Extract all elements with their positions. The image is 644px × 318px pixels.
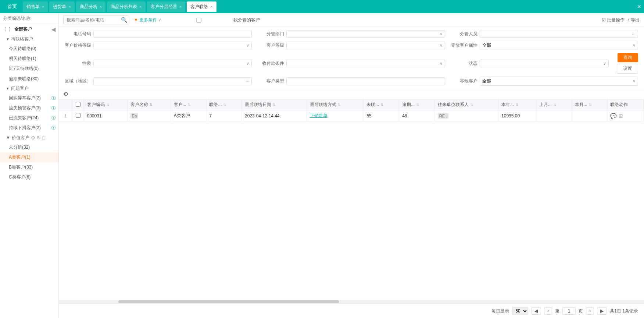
group-pending-contact[interactable]: ▼ 待联络客户 <box>0 35 58 44</box>
filter-select-customer-level[interactable]: ∨ <box>286 42 445 49</box>
setting-button[interactable]: 设置 <box>617 64 638 74</box>
th-not-contact-days[interactable]: 未联... ⇅ <box>364 99 399 110</box>
filter-select-dept[interactable]: ∨ <box>286 30 445 38</box>
nav-tab-0[interactable]: 销售单 × <box>23 1 48 12</box>
batch-op-btn[interactable]: ☑ 批量操作 <box>602 17 625 23</box>
nav-tab-1[interactable]: 进货单 × <box>49 1 74 12</box>
collapse-icon[interactable]: ◀ <box>51 26 56 32</box>
main-search-input[interactable] <box>63 15 129 24</box>
sidebar-item-b-class[interactable]: B类客户(33) <box>0 162 58 172</box>
my-customers-filter[interactable]: 我分管的客户 <box>166 17 260 23</box>
main-search-icon[interactable]: 🔍 <box>121 17 127 23</box>
sidebar-item-today[interactable]: 今天待联络(0) <box>0 44 58 54</box>
select-all-checkbox[interactable] <box>76 102 80 107</box>
filter-select-retail-attr[interactable]: 全部 ∨ <box>480 41 638 50</box>
scroll-thumb[interactable] <box>118 300 339 303</box>
sidebar-search-input[interactable] <box>3 16 58 21</box>
all-customers-header[interactable]: ⋮⋮ 全部客户 ◀ <box>0 24 58 35</box>
sidebar-item-a-class[interactable]: A类客户(1) <box>0 152 58 162</box>
row-checkbox[interactable] <box>76 113 80 118</box>
th-code[interactable]: 客户编码 ⇅ <box>84 99 127 110</box>
sidebar-item-tomorrow[interactable]: 明天待联络(1) <box>0 54 58 64</box>
message-icon[interactable]: 💬 <box>610 113 616 119</box>
filter-input-person[interactable]: ··· <box>480 30 638 38</box>
filter-select-price-level[interactable]: ∨ <box>93 42 252 49</box>
region-dots-icon[interactable]: ··· <box>246 79 249 84</box>
group-value-customers[interactable]: ▼ 价值客户 ⚙ ↻ □ <box>0 133 58 142</box>
page-size-select[interactable]: 50 <box>512 307 528 315</box>
nav-home[interactable]: 首页 <box>3 3 21 10</box>
th-last-contact-date[interactable]: 最后联络日期 ⇅ <box>242 99 307 110</box>
sort-icon-method[interactable]: ⇅ <box>338 103 341 107</box>
filter-select-nature[interactable]: ∨ <box>93 60 252 67</box>
th-year-amount[interactable]: 本年... ⇅ <box>498 99 536 110</box>
customer-type-input[interactable] <box>289 79 442 84</box>
person-dots-icon[interactable]: ··· <box>632 31 636 36</box>
filter-select-status[interactable]: ∨ <box>480 60 609 67</box>
page-number-input[interactable] <box>562 307 576 315</box>
th-last-month-amount[interactable]: 上月... ⇅ <box>536 99 572 110</box>
settings-icon[interactable]: ⚙ <box>63 91 68 98</box>
th-customer-class[interactable]: 客户... ⇅ <box>171 99 206 110</box>
main-table-container[interactable]: 客户编码 ⇅ 客户名称 ⇅ 客户... <box>59 99 644 300</box>
th-overdue-days[interactable]: 逾期... ⇅ <box>399 99 435 110</box>
nav-tab-close-0[interactable]: × <box>42 4 44 9</box>
horizontal-scrollbar[interactable] <box>59 300 644 304</box>
th-this-month-amount[interactable]: 本月... ⇅ <box>572 99 607 110</box>
sort-icon-contact[interactable]: ⇅ <box>223 103 226 107</box>
sidebar-item-churn-warning[interactable]: 流失预警客户(3) ⓘ <box>0 103 58 113</box>
next-page-btn[interactable]: › <box>586 307 594 315</box>
nav-tab-close-1[interactable]: × <box>68 4 71 9</box>
sort-icon-not-contact[interactable]: ⇅ <box>380 103 383 107</box>
nav-tab-close-2[interactable]: × <box>100 4 102 9</box>
sidebar-item-c-class[interactable]: C类客户(6) <box>0 172 58 182</box>
sidebar-item-unclassified[interactable]: 未分组(32) <box>0 142 58 152</box>
cell-checkbox <box>72 110 84 121</box>
th-last-contact-method[interactable]: 最后联络方式 ⇅ <box>307 99 364 110</box>
prev-page-btn[interactable]: ‹ <box>544 307 552 315</box>
sidebar-item-7days[interactable]: 近7天待联络(0) <box>0 64 58 74</box>
first-page-btn[interactable]: ◀ <box>531 307 541 315</box>
sidebar-item-overdue-contact[interactable]: 逾期未联络(30) <box>0 74 58 84</box>
nav-tab-close-4[interactable]: × <box>179 4 182 9</box>
th-contact-count[interactable]: 联络... ⇅ <box>206 99 242 110</box>
export-btn[interactable]: ↑ 导出 <box>627 17 640 23</box>
sort-icon-overdue[interactable]: ⇅ <box>416 103 419 107</box>
filter-select-retail[interactable]: 全部 ∨ <box>480 77 638 86</box>
nav-tab-close-3[interactable]: × <box>139 4 142 9</box>
sidebar-item-declining[interactable]: 持续下滑客户(2) ⓘ <box>0 123 58 133</box>
phone-input[interactable] <box>96 31 249 36</box>
refresh-icon[interactable]: ↻ <box>37 135 41 141</box>
add-group-icon[interactable]: □ <box>42 135 45 141</box>
group-problem-customers[interactable]: ▼ 问题客户 <box>0 84 58 93</box>
sort-icon-class[interactable]: ⇅ <box>188 103 191 107</box>
sort-icon-last-month[interactable]: ⇅ <box>553 103 556 107</box>
qr-icon[interactable]: ⊞ <box>619 113 623 119</box>
filter-select-payment[interactable]: ∨ <box>286 60 445 67</box>
sort-icon-unit[interactable]: ⇅ <box>470 103 473 107</box>
more-conditions-btn[interactable]: ▼ 更多条件 ∨ <box>134 17 161 23</box>
sort-icon-date[interactable]: ⇅ <box>273 103 276 107</box>
last-method-link[interactable]: 下销货单 <box>310 113 328 118</box>
window-close-icon[interactable]: × <box>637 3 641 11</box>
query-button[interactable]: 查询 <box>618 53 638 62</box>
my-customers-checkbox[interactable] <box>166 18 232 22</box>
filter-label-dept: 分管部门 <box>258 31 284 37</box>
nav-tab-3[interactable]: 商品分析列表 × <box>107 1 145 12</box>
sidebar-item-repurchase-abnormal[interactable]: 回购异常客户(2) ⓘ <box>0 93 58 103</box>
sort-icon-code[interactable]: ⇅ <box>106 103 109 107</box>
sidebar-item-churned[interactable]: 已流失客户(24) ⓘ <box>0 113 58 123</box>
cell-last-method[interactable]: 下销货单 <box>307 110 364 121</box>
nav-tab-2[interactable]: 商品分析 × <box>76 1 105 12</box>
th-unit-contact[interactable]: 往来单位联系人 ⇅ <box>434 99 498 110</box>
sort-icon-this-month[interactable]: ⇅ <box>589 103 592 107</box>
th-name[interactable]: 客户名称 ⇅ <box>127 99 171 110</box>
nav-tab-close-5[interactable]: × <box>210 4 212 9</box>
nav-tab-5[interactable]: 客户联络 × <box>187 1 216 12</box>
last-page-btn[interactable]: ▶ <box>597 307 607 315</box>
sort-icon-name[interactable]: ⇅ <box>150 103 153 107</box>
sort-icon-year[interactable]: ⇅ <box>515 103 518 107</box>
gear-icon[interactable]: ⚙ <box>31 135 35 141</box>
filter-input-region[interactable]: ··· <box>93 77 252 85</box>
nav-tab-4[interactable]: 客户分层经营 × <box>147 1 185 12</box>
